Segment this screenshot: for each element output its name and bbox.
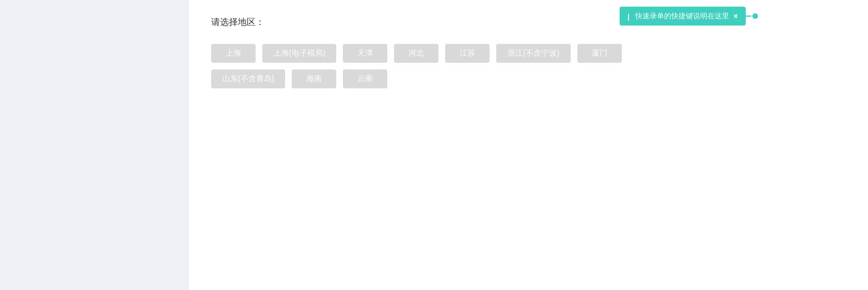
region-btn-shanghai[interactable]: 上海	[211, 44, 256, 63]
tooltip-text: 快速录单的快捷键说明在这里	[635, 11, 729, 21]
region-btn-hainan[interactable]: 海南	[292, 69, 336, 88]
tooltip-end-dot	[752, 13, 758, 19]
tooltip-line-segment	[742, 16, 751, 17]
region-btn-jiangsu[interactable]: 江苏	[445, 44, 490, 63]
region-btn-tianjin[interactable]: 天津	[343, 44, 387, 63]
region-btn-zhejiang[interactable]: 浙江(不含宁波)	[496, 44, 570, 63]
tooltip-close-button[interactable]: ×	[734, 12, 738, 20]
region-buttons-container: 上海 上海(电子税局) 天津 河北 江苏 浙江(不含宁波) 厦门	[211, 44, 846, 63]
region-btn-xiamen[interactable]: 厦门	[577, 44, 622, 63]
tooltip-bubble: 快速录单的快捷键说明在这里 ×	[620, 7, 746, 26]
region-btn-shanghai-etax[interactable]: 上海(电子税局)	[262, 44, 336, 63]
tooltip-line	[742, 13, 758, 19]
sidebar	[0, 0, 189, 290]
region-btn-yunnan[interactable]: 云南	[343, 69, 387, 88]
region-buttons-row2: 山东(不含青岛) 海南 云南	[211, 69, 846, 88]
region-btn-shandong[interactable]: 山东(不含青岛)	[211, 69, 285, 88]
tooltip-container: 快速录单的快捷键说明在这里 ×	[620, 7, 746, 26]
main-content: 请选择地区： 上海 上海(电子税局) 天津 河北 江苏 浙江(不含宁波) 厦门 …	[189, 0, 868, 290]
region-btn-hebei[interactable]: 河北	[394, 44, 438, 63]
